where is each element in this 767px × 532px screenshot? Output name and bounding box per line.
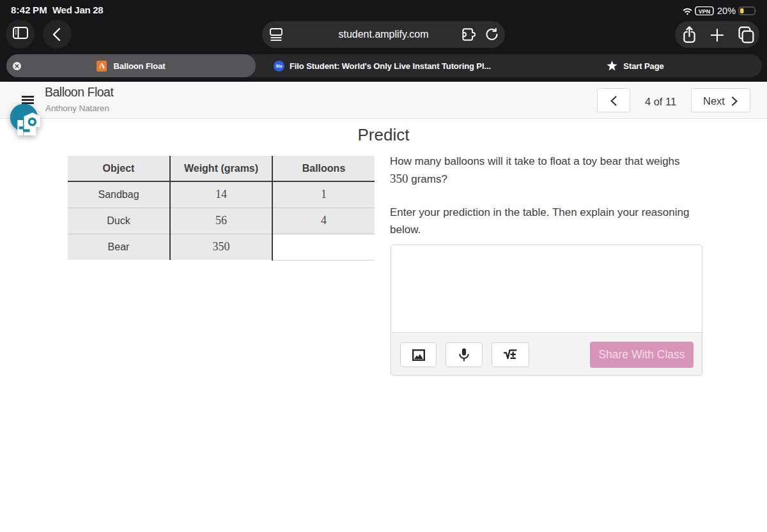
svg-text:VPN: VPN [699, 8, 711, 15]
svg-text:20%: 20% [717, 6, 736, 15]
